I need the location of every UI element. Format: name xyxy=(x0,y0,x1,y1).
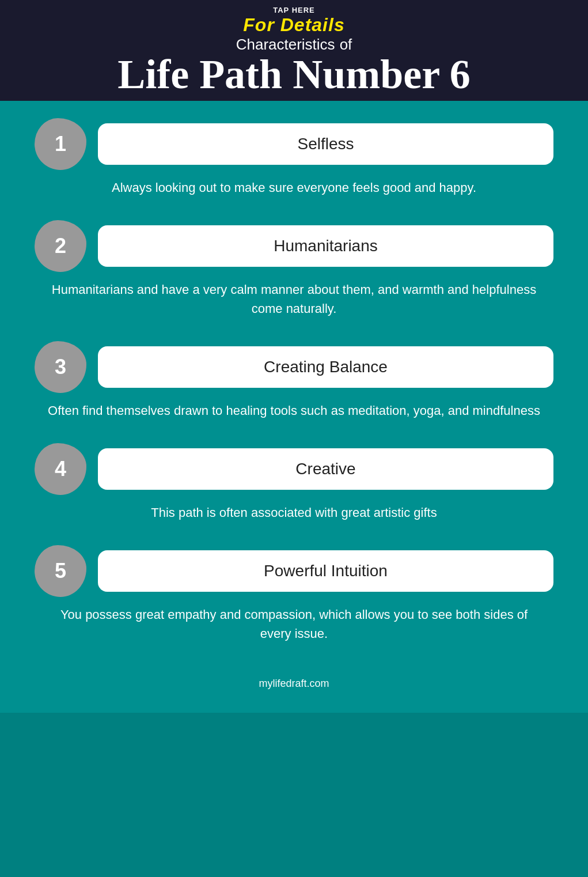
char-label-text-5: Powerful Intuition xyxy=(264,562,388,580)
char-description-4: This path is often associated with great… xyxy=(139,503,448,522)
characteristic-block-4: 4CreativeThis path is often associated w… xyxy=(35,443,553,528)
char-label-box-5: Powerful Intuition xyxy=(98,550,553,592)
page-title: Life Path Number 6 xyxy=(117,54,471,101)
char-label-text-2: Humanitarians xyxy=(274,237,378,255)
char-header-row-3: 3Creating Balance xyxy=(35,341,553,393)
tap-details-label: For Details xyxy=(243,14,344,36)
char-description-2: Humanitarians and have a very calm manne… xyxy=(35,280,553,318)
char-label-text-1: Selfless xyxy=(297,135,354,153)
char-header-row-2: 2Humanitarians xyxy=(35,220,553,272)
char-description-3: Often find themselves drawn to healing t… xyxy=(36,401,552,420)
characteristic-block-1: 1SelflessAlways looking out to make sure… xyxy=(35,118,553,203)
number-circle-2: 2 xyxy=(35,220,86,272)
content-area: 1SelflessAlways looking out to make sure… xyxy=(0,101,588,713)
characteristic-block-3: 3Creating BalanceOften find themselves d… xyxy=(35,341,553,426)
number-circle-4: 4 xyxy=(35,443,86,495)
char-label-box-3: Creating Balance xyxy=(98,346,553,388)
char-label-text-3: Creating Balance xyxy=(264,358,388,376)
char-header-row-4: 4Creative xyxy=(35,443,553,495)
char-label-text-4: Creative xyxy=(295,460,355,478)
char-label-box-4: Creative xyxy=(98,448,553,490)
tap-here-label: TAP HERE xyxy=(273,6,315,14)
char-description-1: Always looking out to make sure everyone… xyxy=(100,178,488,197)
char-header-row-1: 1Selfless xyxy=(35,118,553,170)
footer-website: mylifedraft.com xyxy=(259,678,329,690)
number-circle-5: 5 xyxy=(35,545,86,597)
char-label-box-1: Selfless xyxy=(98,123,553,165)
char-header-row-5: 5Powerful Intuition xyxy=(35,545,553,597)
number-circle-1: 1 xyxy=(35,118,86,170)
characteristic-block-5: 5Powerful IntuitionYou possess great emp… xyxy=(35,545,553,649)
tap-here-container[interactable]: TAP HERE For Details xyxy=(243,6,344,36)
number-circle-3: 3 xyxy=(35,341,86,393)
char-description-5: You possess great empathy and compassion… xyxy=(35,605,553,643)
characteristic-block-2: 2HumanitariansHumanitarians and have a v… xyxy=(35,220,553,324)
char-label-box-2: Humanitarians xyxy=(98,225,553,267)
header: TAP HERE For Details Characteristics of … xyxy=(0,0,588,101)
